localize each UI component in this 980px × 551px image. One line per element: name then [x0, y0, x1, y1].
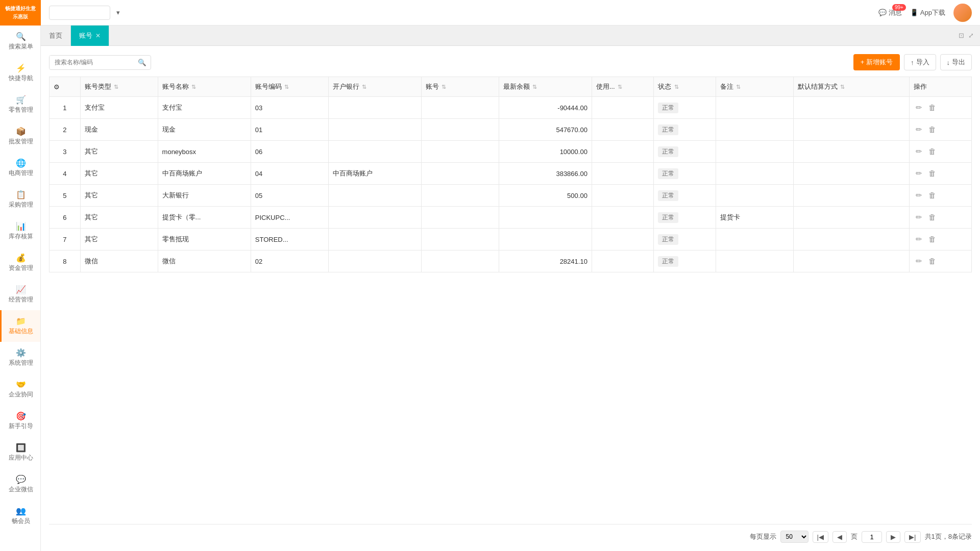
account-search-input[interactable]: [50, 56, 134, 69]
gear-icon[interactable]: ⚙: [54, 83, 60, 91]
message-icon: 💬: [878, 9, 887, 16]
sidebar-item-member[interactable]: 👥 畅会员: [0, 500, 40, 532]
sidebar-item-label: 零售管理: [4, 106, 38, 114]
sidebar-item-label: 新手引导: [4, 422, 38, 431]
col-header-code[interactable]: 账号编码 ⇅: [251, 77, 328, 97]
sidebar-item-search[interactable]: 🔍 搜索菜单: [0, 26, 40, 57]
sidebar-item-retail[interactable]: 🛒 零售管理: [0, 89, 40, 120]
main-wrapper: ▾ 💬 消息 99+ 📱 App下载 首页 账号 ✕ ⊡ ⤢: [41, 0, 980, 551]
sidebar-item-inventory[interactable]: 📊 库存核算: [0, 215, 40, 247]
search-button[interactable]: 🔍: [134, 56, 151, 69]
edit-button[interactable]: ✏: [914, 256, 924, 267]
col-header-bank[interactable]: 开户银行 ⇅: [328, 77, 421, 97]
topbar-dropdown[interactable]: ▾: [116, 9, 120, 16]
tab-bar: 首页 账号 ✕ ⊡ ⤢: [41, 26, 980, 46]
cell-num: 2: [50, 119, 81, 141]
sort-icon: ⇅: [674, 84, 679, 90]
col-header-name[interactable]: 账号名称 ⇅: [158, 77, 251, 97]
delete-button[interactable]: 🗑: [926, 190, 938, 201]
member-nav-icon: 👥: [4, 506, 38, 516]
cell-name: 大新银行: [158, 185, 251, 207]
add-account-button[interactable]: + 新增账号: [853, 54, 900, 70]
cell-note: [716, 163, 793, 185]
col-header-usage[interactable]: 使用... ⇅: [592, 77, 653, 97]
edit-button[interactable]: ✏: [914, 146, 924, 157]
export-button[interactable]: ↓ 导出: [940, 54, 972, 70]
inventory-nav-icon: 📊: [4, 221, 38, 231]
import-label: 导入: [916, 58, 929, 67]
col-header-type[interactable]: 账号类型 ⇅: [80, 77, 158, 97]
edit-button[interactable]: ✏: [914, 212, 924, 223]
col-header-action: 操作: [910, 77, 972, 97]
col-header-num: ⚙: [50, 77, 81, 97]
cell-num: 1: [50, 97, 81, 119]
delete-button[interactable]: 🗑: [926, 102, 938, 113]
page-prev-button[interactable]: ◀: [832, 531, 847, 543]
edit-button[interactable]: ✏: [914, 234, 924, 245]
delete-button[interactable]: 🗑: [926, 124, 938, 135]
sidebar-item-label: 企业协同: [4, 390, 38, 399]
tab-close-icon[interactable]: ✕: [95, 32, 101, 39]
sidebar-item-basic[interactable]: 📁 基础信息: [0, 310, 40, 342]
sidebar-item-purchase[interactable]: 📋 采购管理: [0, 184, 40, 215]
delete-button[interactable]: 🗑: [926, 168, 938, 179]
user-avatar[interactable]: [953, 4, 972, 22]
cell-status: 正常: [654, 141, 716, 163]
sidebar-item-shortcut[interactable]: ⚡ 快捷导航: [0, 57, 40, 89]
cell-balance: 383866.00: [499, 163, 592, 185]
edit-button[interactable]: ✏: [914, 124, 924, 135]
sidebar-item-ecommerce[interactable]: 🌐 电商管理: [0, 152, 40, 184]
cell-balance: [499, 207, 592, 229]
col-header-account[interactable]: 账号 ⇅: [421, 77, 499, 97]
import-button[interactable]: ↑ 导入: [904, 54, 936, 70]
app-download-button[interactable]: 📱 App下载: [910, 8, 945, 17]
delete-button[interactable]: 🗑: [926, 212, 938, 222]
cell-code: 05: [251, 185, 328, 207]
logo-text: 畅捷通好生意: [5, 5, 36, 12]
page-first-button[interactable]: |◀: [813, 531, 828, 543]
cell-num: 8: [50, 251, 81, 272]
tab-home[interactable]: 首页: [41, 26, 71, 46]
col-header-payment[interactable]: 默认结算方式 ⇅: [793, 77, 910, 97]
per-page-select[interactable]: 50 100 200: [780, 531, 808, 543]
delete-button[interactable]: 🗑: [926, 146, 938, 157]
sidebar-item-wholesale[interactable]: 📦 批发管理: [0, 120, 40, 152]
sort-icon: ⇅: [442, 84, 446, 90]
page-last-button[interactable]: ▶|: [904, 531, 920, 543]
minimize-icon[interactable]: ⊡: [959, 32, 964, 39]
sidebar-item-wechat[interactable]: 💬 企业微信: [0, 468, 40, 500]
tab-account[interactable]: 账号 ✕: [71, 26, 109, 46]
sidebar-item-operations[interactable]: 📈 经营管理: [0, 279, 40, 310]
topbar-search-input[interactable]: [49, 6, 110, 20]
cell-type: 支付宝: [80, 97, 158, 119]
sidebar-item-label: 畅会员: [4, 517, 38, 525]
edit-button[interactable]: ✏: [914, 102, 924, 113]
edit-button[interactable]: ✏: [914, 168, 924, 179]
sidebar-item-app-center[interactable]: 🔲 应用中心: [0, 437, 40, 468]
col-header-balance[interactable]: 最新余额 ⇅: [499, 77, 592, 97]
sort-icon: ⇅: [284, 84, 289, 90]
col-header-note[interactable]: 备注 ⇅: [716, 77, 793, 97]
account-search-box[interactable]: 🔍: [49, 55, 151, 70]
delete-button[interactable]: 🗑: [926, 256, 938, 266]
sidebar-item-enterprise[interactable]: 🤝 企业协同: [0, 373, 40, 405]
delete-button[interactable]: 🗑: [926, 234, 938, 244]
sidebar-item-label: 基础信息: [4, 327, 38, 336]
sidebar-item-guide[interactable]: 🎯 新手引导: [0, 405, 40, 437]
sidebar-item-system[interactable]: ⚙️ 系统管理: [0, 342, 40, 373]
sidebar-item-finance[interactable]: 💰 资金管理: [0, 247, 40, 279]
page-next-button[interactable]: ▶: [886, 531, 900, 543]
app-logo: 畅捷通好生意 乐惠版: [0, 0, 41, 26]
table-header-row: ⚙ 账号类型 ⇅ 账号名称 ⇅ 账号编码 ⇅ 开户银行: [50, 77, 972, 97]
add-account-label: + 新增账号: [861, 58, 893, 67]
message-button[interactable]: 💬 消息 99+: [878, 8, 902, 17]
operations-nav-icon: 📈: [4, 285, 38, 294]
cell-payment: [793, 119, 910, 141]
sort-icon: ⇅: [532, 84, 537, 90]
expand-icon[interactable]: ⤢: [968, 32, 974, 39]
cell-status: 正常: [654, 97, 716, 119]
cell-account: [421, 97, 499, 119]
col-header-status[interactable]: 状态 ⇅: [654, 77, 716, 97]
page-number-input[interactable]: [862, 531, 882, 543]
edit-button[interactable]: ✏: [914, 190, 924, 201]
